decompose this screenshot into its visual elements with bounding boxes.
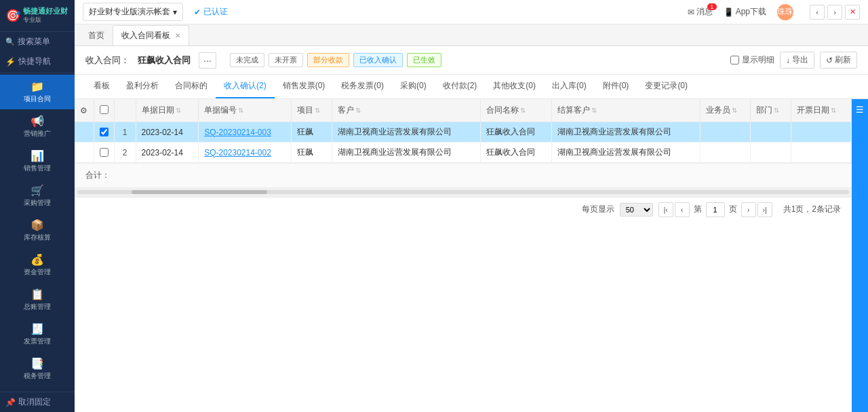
col-salesman-header[interactable]: 业务员⇅ <box>700 99 750 122</box>
message-button[interactable]: ✉ 消息 1 <box>688 6 713 18</box>
td-no-1: 1 <box>114 122 136 143</box>
tab-home[interactable]: 首页 <box>80 26 113 45</box>
col-dept-header[interactable]: 部门⇅ <box>751 99 791 122</box>
logo-icon: 🎯 <box>5 8 20 23</box>
export-button[interactable]: ↓ 导出 <box>780 52 814 69</box>
scrollbar-track[interactable] <box>77 190 849 194</box>
sidebar-item-sales[interactable]: 📊 销售管理 <box>0 144 75 179</box>
app-download-button[interactable]: 📱 App下载 <box>724 6 766 18</box>
status-incomplete[interactable]: 未完成 <box>230 53 264 67</box>
sidebar-item-invoice[interactable]: 🧾 发票管理 <box>0 317 75 352</box>
sidebar-quick-nav[interactable]: ⚡ 快捷导航 <box>0 52 75 71</box>
current-page-input[interactable] <box>706 202 725 217</box>
sidebar-label-fund: 资金管理 <box>24 267 51 277</box>
sidebar-item-marketing[interactable]: 📢 营销推广 <box>0 109 75 144</box>
sort-icon-7: ⇅ <box>732 107 737 114</box>
col-contract-label: 合同名称 <box>486 105 519 115</box>
col-opendate-header[interactable]: 开票日期⇅ <box>791 99 852 122</box>
status-uninvoiced[interactable]: 未开票 <box>269 53 303 67</box>
settings-icon[interactable]: ⚙ <box>80 106 87 115</box>
col-contract-header[interactable]: 合同名称⇅ <box>480 99 551 122</box>
subtab-profit[interactable]: 盈利分析 <box>118 75 167 98</box>
detail-checkbox[interactable] <box>730 56 739 64</box>
sidebar-item-fund[interactable]: 💰 资金管理 <box>0 248 75 282</box>
total-info: 共1页，2条记录 <box>783 204 841 215</box>
sidebar-item-tax[interactable]: 📑 税务管理 <box>0 352 75 386</box>
sidebar-item-project[interactable]: 📁 项目合同 <box>0 75 75 109</box>
col-settle-header[interactable]: 结算客户⇅ <box>551 99 700 122</box>
td-code-2[interactable]: SQ-20230214-002 <box>199 143 292 163</box>
select-all-checkbox[interactable] <box>100 105 108 114</box>
window-back-button[interactable]: ‹ <box>810 5 825 20</box>
col-code-header[interactable]: 单据编号⇅ <box>199 99 292 122</box>
display-detail-toggle[interactable]: 显示明细 <box>730 52 774 69</box>
avatar-text: 珠珠 <box>777 6 793 18</box>
col-check-header[interactable] <box>94 99 114 122</box>
code-link-2[interactable]: SQ-20230214-002 <box>204 148 271 157</box>
inventory-icon: 📦 <box>31 219 44 231</box>
subtab-income-confirm[interactable]: 收入确认(2) <box>216 75 275 98</box>
status-income-confirmed[interactable]: 已收入确认 <box>353 53 403 67</box>
user-avatar-button[interactable]: 珠珠 <box>777 4 793 20</box>
sidebar-item-ledger[interactable]: 📋 总账管理 <box>0 282 75 317</box>
col-date-header[interactable]: 单据日期⇅ <box>136 99 199 122</box>
horizontal-scrollbar[interactable] <box>75 187 852 197</box>
subtab-board[interactable]: 看板 <box>85 75 118 98</box>
row-checkbox-2[interactable] <box>100 148 108 157</box>
project-icon: 📁 <box>31 80 44 93</box>
row-checkbox-1[interactable] <box>100 128 108 136</box>
prev-page-button[interactable]: ‹ <box>675 202 690 217</box>
subtab-attachment[interactable]: 附件(0) <box>595 75 637 98</box>
tab-contract-board[interactable]: 收入合同看板 ✕ <box>113 25 189 45</box>
col-customer-label: 客户 <box>338 105 354 115</box>
company-selector[interactable]: 好业财专业版演示帐套 ▾ <box>83 3 183 21</box>
subtab-warehouse[interactable]: 出入库(0) <box>544 75 595 98</box>
first-page-button[interactable]: |‹ <box>658 202 673 217</box>
nav-divider <box>0 73 75 73</box>
scrollbar-thumb[interactable] <box>132 190 267 194</box>
window-close-button[interactable]: ✕ <box>845 5 860 20</box>
subtab-change-log[interactable]: 变更记录(0) <box>637 75 696 98</box>
col-settings-header[interactable]: ⚙ <box>75 99 94 122</box>
side-tool-list[interactable]: ☰ <box>852 102 867 117</box>
refresh-button[interactable]: ↺ 刷新 <box>820 52 857 69</box>
td-check-1[interactable] <box>94 122 114 143</box>
status-effective[interactable]: 已生效 <box>407 53 441 67</box>
table-row[interactable]: 2 2023-02-14 SQ-20230214-002 狂飙 湖南卫视商业运营… <box>75 143 852 163</box>
window-forward-button[interactable]: › <box>827 5 842 20</box>
message-icon: ✉ <box>688 7 694 17</box>
td-check-2[interactable] <box>94 143 114 163</box>
subtab-sales-invoice[interactable]: 销售发票(0) <box>275 75 334 98</box>
contract-prefix: 收入合同： <box>85 54 130 67</box>
last-page-button[interactable]: ›| <box>757 202 772 217</box>
code-link-1[interactable]: SQ-20230214-003 <box>204 128 271 137</box>
sidebar-label-invoice: 发票管理 <box>24 337 51 346</box>
tab-close-icon[interactable]: ✕ <box>175 32 180 39</box>
td-settle-1: 湖南卫视商业运营发展有限公司 <box>551 122 700 143</box>
sidebar-item-purchase[interactable]: 🛒 采购管理 <box>0 179 75 213</box>
subtab-payment[interactable]: 收付款(2) <box>435 75 486 98</box>
next-page-button[interactable]: › <box>741 202 756 217</box>
subtab-purchase[interactable]: 采购(0) <box>392 75 435 98</box>
sidebar-item-fixed-assets[interactable]: 🏢 固定资产 <box>0 386 75 392</box>
td-code-1[interactable]: SQ-20230214-003 <box>199 122 292 143</box>
subtab-tax-invoice[interactable]: 税务发票(0) <box>333 75 392 98</box>
col-project-header[interactable]: 项目⇅ <box>291 99 332 122</box>
td-customer-1: 湖南卫视商业运营发展有限公司 <box>332 122 481 143</box>
verified-badge: ✔ 已认证 <box>194 6 228 18</box>
table-row[interactable]: 1 2023-02-14 SQ-20230214-003 狂飙 湖南卫视商业运营… <box>75 122 852 143</box>
tax-icon: 📑 <box>31 357 44 370</box>
more-button[interactable]: ··· <box>199 52 216 69</box>
sales-icon: 📊 <box>31 149 44 162</box>
status-partial-receipt[interactable]: 部分收款 <box>307 53 349 67</box>
col-code-label: 单据编号 <box>204 105 237 115</box>
sidebar-bottom[interactable]: 📌 取消固定 <box>0 392 75 412</box>
col-customer-header[interactable]: 客户⇅ <box>332 99 481 122</box>
sidebar-item-inventory[interactable]: 📦 库存核算 <box>0 213 75 248</box>
subtab-target[interactable]: 合同标的 <box>167 75 216 98</box>
phone-icon: 📱 <box>724 7 734 17</box>
side-toolbar: ☰ <box>852 99 868 412</box>
subtab-other[interactable]: 其他收支(0) <box>485 75 544 98</box>
per-page-select[interactable]: 50 20 100 <box>620 203 653 217</box>
sidebar-search[interactable]: 🔍 搜索菜单 <box>0 32 75 52</box>
